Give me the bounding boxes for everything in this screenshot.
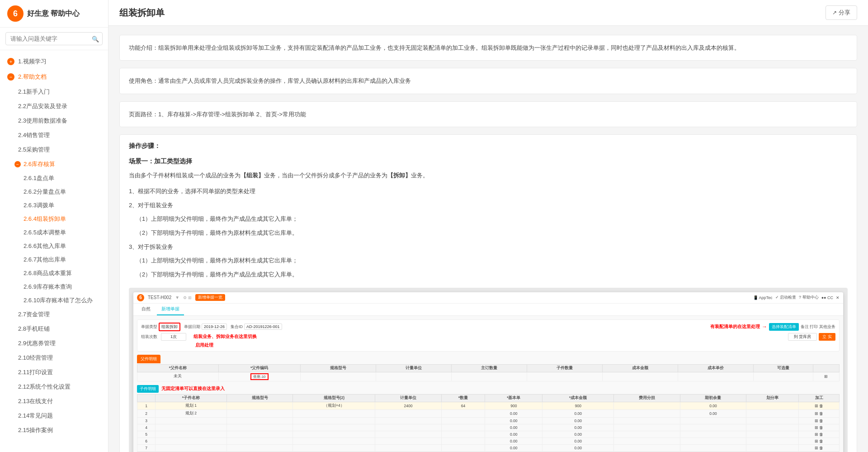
- mock-col-cost-amt: 成本金额: [602, 364, 678, 372]
- mock-upper-row1-code-input[interactable]: 坐座-10: [250, 373, 269, 380]
- mock-label-type: 单据类型: [141, 324, 157, 330]
- mock-lower-r1-cost: 900: [542, 402, 614, 409]
- mock-upper-row1-spec: [300, 372, 376, 381]
- nav-item-other-outbound[interactable]: 2.6.7其他出库单: [0, 253, 108, 266]
- nav-item-online-pay[interactable]: 2.13在线支付: [0, 394, 108, 409]
- nav-item-print[interactable]: 2.11打印设置: [0, 365, 108, 380]
- nav-item-cases[interactable]: 2.15操作案例: [0, 423, 108, 438]
- mock-input-id[interactable]: AD-20191226-001: [244, 324, 282, 330]
- mock-col-available: 可选量: [753, 364, 813, 372]
- mock-type-switch-text: 组装业务、拆卸业务在这里切换: [193, 333, 257, 340]
- mock-upper-row1-childqty: [527, 372, 602, 381]
- mock-new-doc-btn[interactable]: 新增单据一览: [195, 294, 225, 301]
- mock-select-bom-btn[interactable]: 选择装配清单: [769, 323, 799, 331]
- sidebar: 6 好生意 帮助中心 🔍 + 1.视频学习 − 2.帮助文档 2.1新手入门 2…: [0, 0, 108, 452]
- nav-item-other-inbound[interactable]: 2.6.6其他入库单: [0, 239, 108, 253]
- mock-row3: 启用处理: [141, 342, 835, 348]
- mock-upper-row1-unit: [376, 372, 451, 381]
- scenario1-steps: 1、根据不同的业务，选择不同单据的类型来处理 2、对于组装业务 （1）上部明细为…: [129, 186, 848, 281]
- intro-role-text: 使用角色：通常由生产人员或库管人员完成拆装业务的操作，库管人员确认原材料的出库和…: [129, 77, 411, 84]
- nav-item-faq[interactable]: 2.14常见问题: [0, 409, 108, 423]
- nav-item-ledger-query[interactable]: 2.6.9库存账本查询: [0, 280, 108, 294]
- nav-item-data-prep[interactable]: 2.3使用前数据准备: [0, 114, 108, 128]
- mock-form-row2: 组装次数 1次 组装业务、拆卸业务在这里切换 到 货库房 立 实: [141, 333, 835, 341]
- mock-upper-row1-ops: ⊞: [813, 372, 839, 381]
- nav-item-operations[interactable]: 2.10经营管理: [0, 351, 108, 365]
- mock-col-parent-name: *父件名称: [137, 364, 219, 372]
- nav-item-newcomer[interactable]: 2.1新手入门: [0, 85, 108, 99]
- nav-item-coupon[interactable]: 2.9优惠券管理: [0, 336, 108, 351]
- mock-lower-col-base: *基本单: [485, 394, 542, 402]
- mock-lower-r1-fee: [614, 402, 680, 409]
- nav-item-install[interactable]: 2.2产品安装及登录: [0, 99, 108, 114]
- nav-item-sales[interactable]: 2.4销售管理: [0, 128, 108, 143]
- topbar: 组装拆卸单 ↗ 分享: [108, 0, 868, 26]
- mock-user: ●● CC: [821, 295, 833, 300]
- mock-input-qty[interactable]: 1次: [161, 333, 186, 341]
- mock-titlebar: 6 TEST-H002 ▼ ⚙ ⊞ 新增单据一览 📱 AppTec ✓ 启动检查…: [133, 292, 843, 304]
- mock-col-main-qty: 主订数量: [451, 364, 527, 372]
- mock-app-id: TEST-H002: [148, 295, 171, 300]
- mock-col-unit: 计量单位: [376, 364, 451, 372]
- mock-input-type[interactable]: 组装拆卸: [159, 323, 180, 331]
- nav-group-video[interactable]: + 1.视频学习: [0, 54, 108, 69]
- nav-subgroup-inventory[interactable]: − 2.6库存核算: [0, 157, 108, 171]
- screenshot-wrapper: 6 TEST-H002 ▼ ⚙ ⊞ 新增单据一览 📱 AppTec ✓ 启动检查…: [129, 288, 848, 452]
- search-input[interactable]: [5, 32, 103, 45]
- nav-collapse-icon: −: [7, 73, 14, 81]
- mock-content: 单据类型 组装拆卸 单据日期 2019-12-26 集合ID: [133, 316, 843, 452]
- nav-item-cost-adjust[interactable]: 2.6.5成本调整单: [0, 226, 108, 239]
- nav-item-cost-recalc[interactable]: 2.6.8商品成本重算: [0, 266, 108, 280]
- intro-role-block: 使用角色：通常由生产人员或库管人员完成拆装业务的操作，库管人员确认原材料的出库和…: [119, 68, 857, 94]
- mock-save-btn[interactable]: 立 实: [819, 333, 835, 341]
- mock-lower-col-ratio: 划分率: [746, 394, 799, 402]
- mock-lower-r1-name: 规划 1: [155, 402, 226, 409]
- nav-item-personalize[interactable]: 2.12系统个性化设置: [0, 380, 108, 394]
- nav-item-partial-stocktake[interactable]: 2.6.2分量盘点单: [0, 185, 108, 199]
- mock-tab-new-doc[interactable]: 新增单据: [157, 304, 184, 315]
- mock-col-parent-code: *父件编码: [218, 364, 300, 372]
- mock-col-child-qty: 子件数量: [527, 364, 602, 372]
- mock-label-date: 单据日期: [184, 324, 200, 330]
- search-box: 🔍: [0, 28, 108, 50]
- step-2: 2、对于组装业务: [129, 200, 848, 211]
- mock-form-header: 单据类型 组装拆卸 单据日期 2019-12-26 集合ID: [137, 319, 840, 352]
- intro-function-text: 功能介绍：组装拆卸单用来处理企业组装或拆卸等加工业务，支持有固定装配清单的产品加…: [129, 44, 740, 51]
- mock-col-spec: 规格型号: [300, 364, 376, 372]
- nav-item-mobile[interactable]: 2.8手机旺铺: [0, 322, 108, 336]
- mock-lower-r2-base: 0.00: [485, 409, 542, 417]
- mock-upper-table: *父件名称 *父件编码 规格型号 计量单位 主订数量 子件数量 成本金额 成本单…: [137, 364, 840, 381]
- nav-item-purchase[interactable]: 2.5采购管理: [0, 143, 108, 157]
- step-2-2: （2）下部明细为子件明细，最终作为原材料生成其它出库单。: [129, 228, 848, 239]
- mock-app-tec: 📱 AppTec: [753, 295, 773, 300]
- nav-item-transfer[interactable]: 2.6.3调拨单: [0, 199, 108, 212]
- step-3: 3、对于拆装业务: [129, 242, 848, 253]
- mock-tabs: 自然 新增单据: [133, 304, 843, 316]
- mock-col-action: [813, 364, 839, 372]
- nav-item-ledger-error[interactable]: 2.6.10库存账本错了怎么办: [0, 294, 108, 307]
- mock-field-id: 集合ID AD-20191226-001: [231, 324, 282, 330]
- mock-lower-r2-s1: [226, 409, 293, 417]
- mock-tab-home[interactable]: 自然: [137, 304, 155, 315]
- intro-function-block: 功能介绍：组装拆卸单用来处理企业组装或拆卸等加工业务，支持有固定装配清单的产品加…: [119, 35, 857, 61]
- mock-lower-r2-fee: [614, 409, 680, 417]
- mock-icons-left: ⚙ ⊞: [183, 295, 192, 300]
- mock-help-center: ? 帮助中心: [799, 295, 819, 300]
- nav-tree: + 1.视频学习 − 2.帮助文档 2.1新手入门 2.2产品安装及登录 2.3…: [0, 50, 108, 452]
- mock-lower-r1-ops: ⊞ 🗑: [799, 402, 840, 409]
- nav-item-finance[interactable]: 2.7资金管理: [0, 307, 108, 322]
- nav-subgroup-collapse-icon: −: [14, 161, 21, 167]
- mock-warehouse-input[interactable]: 到 货库房: [788, 333, 817, 341]
- mock-lower-col-init: 期初余量: [680, 394, 746, 402]
- share-button[interactable]: ↗ 分享: [826, 5, 857, 20]
- nav-item-assembly[interactable]: 2.6.4组装拆卸单: [0, 212, 108, 226]
- mock-lower-col-c3: 规格型号(2): [293, 394, 375, 402]
- mock-lower-r1-init: 0.00: [680, 402, 746, 409]
- step-2-1: （1）上部明细为父件明细，最终作为产成品生成其它入库单；: [129, 214, 848, 225]
- mock-bom-text: 有装配清单的在这里处理: [710, 324, 760, 330]
- nav-group-docs[interactable]: − 2.帮助文档: [0, 69, 108, 85]
- mock-close-icon[interactable]: ✕: [836, 295, 840, 300]
- mock-col-cost-unit: 成本单价: [678, 364, 753, 372]
- nav-item-stocktake[interactable]: 2.6.1盘点单: [0, 171, 108, 185]
- mock-input-date[interactable]: 2019-12-26: [202, 324, 227, 330]
